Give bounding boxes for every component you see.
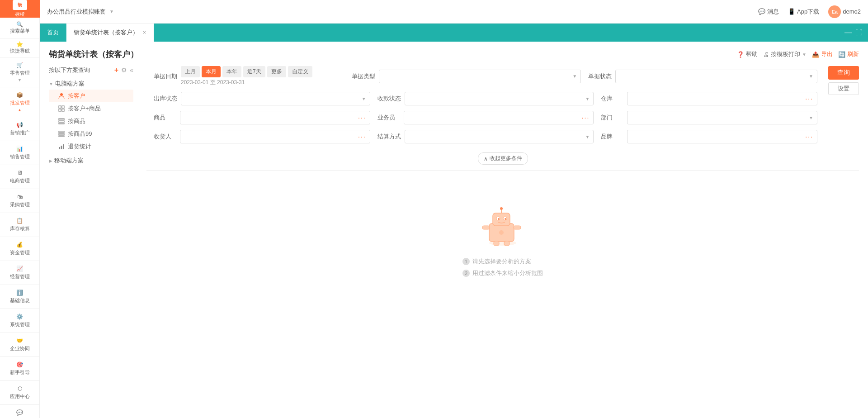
filter-receiver-control[interactable]: ··· xyxy=(180,130,370,143)
date-btn-this-month[interactable]: 本月 xyxy=(202,66,221,77)
sidebar-item-guide[interactable]: 🎯 新手引导 xyxy=(0,357,39,381)
finance-icon: 💰 xyxy=(16,242,23,248)
svg-rect-11 xyxy=(59,147,60,149)
filter-department-control[interactable]: ▼ xyxy=(627,111,817,124)
filter-status-control[interactable]: ▼ xyxy=(615,70,817,83)
tab-home[interactable]: 首页 xyxy=(40,24,66,42)
filter-item-brand: 品牌 ··· xyxy=(601,130,817,143)
date-btn-last-month[interactable]: 上月 xyxy=(181,66,200,77)
appcenter-label: 应用中心 xyxy=(10,393,30,400)
settings-button[interactable]: 设置 xyxy=(828,82,859,95)
app-download-btn[interactable]: 📱 App下载 xyxy=(788,8,819,16)
scheme-item-return-stats[interactable]: 退货统计 xyxy=(49,140,133,153)
collapse-button[interactable]: ∧ 收起更多条件 xyxy=(478,152,528,165)
filter-item-department: 部门 ▼ xyxy=(601,111,817,124)
filter-type-control[interactable]: ▼ xyxy=(379,70,581,83)
refresh-btn[interactable]: 🔄 刷新 xyxy=(838,50,859,58)
tab-window-actions: — ⛶ xyxy=(844,28,868,37)
guide-label: 新手引导 xyxy=(10,369,30,376)
sidebar-item-marketing[interactable]: 📢 营销推广 xyxy=(0,117,39,141)
topbar-right: 💬 消息 📱 App下载 Ea demo2 xyxy=(758,5,861,18)
scheme-item-by-goods99[interactable]: 按商品99 xyxy=(49,128,133,140)
filter-brand-control[interactable]: ··· xyxy=(627,130,817,143)
logo-label: 标橙 xyxy=(15,11,25,18)
ecommerce-icon: 🖥 xyxy=(17,170,23,176)
scheme-item-by-customer-icon xyxy=(58,92,65,100)
tab-minimize-btn[interactable]: — xyxy=(844,28,852,37)
svg-point-22 xyxy=(500,207,503,210)
search-icon: 🔍 xyxy=(0,21,39,28)
logo-icon: 畅 xyxy=(13,0,27,10)
marketing-label: 营销推广 xyxy=(10,129,30,136)
svg-point-20 xyxy=(505,218,506,220)
scheme-item-by-goods-label: 按商品 xyxy=(68,117,85,125)
svg-rect-10 xyxy=(59,136,64,137)
date-btn-more[interactable]: 更多 xyxy=(267,66,286,77)
tab-close-btn[interactable]: × xyxy=(143,29,146,36)
user-menu[interactable]: Ea demo2 xyxy=(828,5,861,18)
query-button[interactable]: 查询 xyxy=(828,66,859,80)
svg-rect-6 xyxy=(59,121,64,122)
print-btn[interactable]: 🖨 按模板打印 ▼ xyxy=(763,50,807,58)
sidebar-item-search[interactable]: 🔍 搜索菜单 xyxy=(0,18,39,38)
tab-sales-report[interactable]: 销货单统计表（按客户） × xyxy=(66,24,154,42)
sidebar-item-ecommerce[interactable]: 🖥 电商管理 xyxy=(0,165,39,189)
sidebar-item-basics[interactable]: ℹ️ 基础信息 xyxy=(0,285,39,309)
date-btn-last-7days[interactable]: 近7天 xyxy=(243,66,265,77)
filter-receiver-dots: ··· xyxy=(358,133,366,140)
sales-label: 销售管理 xyxy=(10,153,30,160)
filter-settle-control[interactable]: ▼ xyxy=(405,130,594,143)
sidebar-item-finance[interactable]: 💰 资金管理 xyxy=(0,237,39,261)
filter-salesperson-control[interactable]: ··· xyxy=(404,111,594,124)
filter-pay-status-control[interactable]: ▼ xyxy=(405,92,594,105)
help-btn[interactable]: ❓ 帮助 xyxy=(737,50,758,58)
topbar-left: 办公用品行业模拟账套 ▼ xyxy=(47,8,114,16)
sidebar-item-sales[interactable]: 📊 销售管理 xyxy=(0,141,39,165)
sidebar-item-corp-collab[interactable]: 🤝 企业协同 xyxy=(0,333,39,357)
scheme-item-by-customer[interactable]: 按客户 xyxy=(49,90,133,102)
filter-warehouse-control[interactable]: ··· xyxy=(627,92,817,105)
page-title-bar: 销货单统计表（按客户） ❓ 帮助 🖨 按模板打印 ▼ 📤 导出 xyxy=(49,49,859,60)
filter-out-status-control[interactable]: ▼ xyxy=(181,92,370,105)
scheme-add-btn[interactable]: + xyxy=(114,66,118,74)
user-avatar: Ea xyxy=(828,5,841,18)
date-range-text: 2023-03-01 至 2023-03-31 xyxy=(181,79,344,86)
sidebar-item-purchase[interactable]: 🛍 采购管理 xyxy=(0,189,39,213)
filter-goods-control[interactable]: ··· xyxy=(180,111,370,124)
filter-item-goods: 商品 ··· xyxy=(154,111,370,124)
sidebar-item-system[interactable]: ⚙️ 系统管理 xyxy=(0,309,39,333)
sidebar-item-operations[interactable]: 📈 经营管理 xyxy=(0,261,39,285)
sidebar-item-appcenter[interactable]: ⬡ 应用中心 xyxy=(0,381,39,405)
export-icon: 📤 xyxy=(812,51,819,58)
scheme-settings-btn[interactable]: ⚙ xyxy=(121,66,127,74)
filter-status-arrow: ▼ xyxy=(809,74,813,79)
tab-maximize-btn[interactable]: ⛶ xyxy=(855,28,863,37)
corp-collab-label: 企业协同 xyxy=(10,345,30,352)
filter-pay-status-arrow: ▼ xyxy=(585,96,590,101)
scheme-panel: 按以下方案查询 + ⚙ « ▼ 电脑端方案 xyxy=(49,66,139,306)
sidebar-item-inventory[interactable]: 📋 库存核算 xyxy=(0,213,39,237)
scheme-item-by-customer-goods-label: 按客户+商品 xyxy=(68,104,101,113)
scheme-item-by-goods-icon xyxy=(58,118,65,125)
filter-row-3: 商品 ··· 业务员 xyxy=(154,111,817,124)
sidebar-item-quick-nav[interactable]: ⭐ 快捷导航 xyxy=(0,38,39,57)
tab-home-label: 首页 xyxy=(47,28,59,37)
export-btn[interactable]: 📤 导出 xyxy=(812,50,833,58)
account-dropdown-arrow[interactable]: ▼ xyxy=(109,9,114,14)
sidebar-item-retail[interactable]: 🛒 零售管理 ▼ xyxy=(0,57,39,87)
date-btn-this-year[interactable]: 本年 xyxy=(222,66,241,77)
system-icon: ⚙️ xyxy=(16,314,23,320)
refresh-icon: 🔄 xyxy=(838,51,845,58)
message-btn[interactable]: 💬 消息 xyxy=(758,8,779,16)
date-btn-custom[interactable]: 自定义 xyxy=(288,66,312,77)
scheme-collapse-btn[interactable]: « xyxy=(130,66,133,74)
scheme-group-pc-header[interactable]: ▼ 电脑端方案 xyxy=(49,78,133,90)
user-name: demo2 xyxy=(843,8,861,15)
sidebar-item-corp-wechat[interactable]: 💬 企业微信 xyxy=(0,405,39,418)
scheme-item-by-goods[interactable]: 按商品 xyxy=(49,115,133,128)
scheme-item-by-customer-goods[interactable]: 按客户+商品 xyxy=(49,102,133,115)
sidebar-item-wholesale[interactable]: 📦 批发管理 ▲ xyxy=(0,87,39,117)
guide-icon: 🎯 xyxy=(16,361,23,368)
retail-icon: 🛒 xyxy=(16,62,23,68)
scheme-group-mobile-header[interactable]: ▶ 移动端方案 xyxy=(49,155,133,166)
